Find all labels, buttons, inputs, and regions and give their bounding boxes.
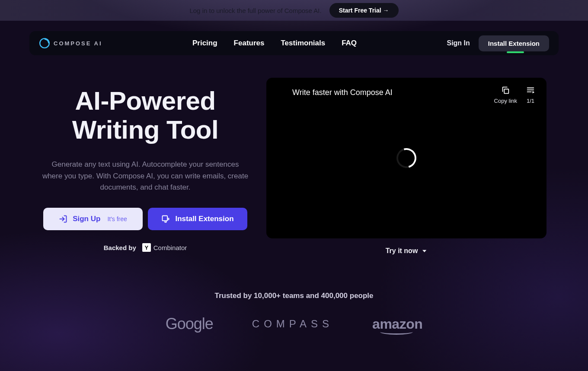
copy-link-button[interactable]: Copy link — [494, 86, 517, 104]
svg-rect-2 — [163, 216, 168, 221]
extension-icon — [161, 215, 170, 223]
backed-by-label: Backed by — [104, 244, 136, 251]
nav-link-testimonials[interactable]: Testimonials — [281, 39, 325, 48]
ycombinator-icon: Y — [142, 243, 151, 252]
hero-title: AI-Powered Writing Tool — [42, 86, 249, 144]
video-column: Write faster with Compose AI Copy link — [266, 78, 546, 238]
install-extension-nav-button[interactable]: Install Extension — [479, 35, 549, 51]
sign-up-label: Sign Up — [73, 215, 100, 223]
hero-copy: AI-Powered Writing Tool Generate any tex… — [42, 78, 249, 252]
nav-link-faq[interactable]: FAQ — [342, 39, 357, 48]
logo-icon — [39, 38, 50, 49]
nav-actions: Sign In Install Extension — [447, 35, 549, 51]
promo-banner: Log in to unlock the full power of Compo… — [0, 0, 588, 21]
login-icon — [59, 215, 67, 223]
nav-link-features[interactable]: Features — [234, 39, 265, 48]
trusted-headline: Trusted by 10,000+ teams and 400,000 peo… — [0, 292, 588, 300]
main-nav: COMPOSE AI Pricing Features Testimonials… — [29, 31, 559, 55]
try-it-now-link[interactable]: Try it now — [386, 247, 428, 255]
brand-logo-google: Google — [166, 315, 213, 333]
try-it-now-label: Try it now — [386, 247, 418, 255]
copy-icon — [501, 86, 510, 95]
promo-banner-text: Log in to unlock the full power of Compo… — [189, 7, 321, 14]
hero-title-line2: Writing Tool — [72, 115, 218, 144]
ycombinator-text: Combinator — [153, 244, 187, 251]
playlist-count: 1/1 — [527, 98, 534, 104]
trusted-section: Trusted by 10,000+ teams and 400,000 peo… — [0, 292, 588, 333]
chevron-down-icon — [421, 248, 427, 254]
video-title: Write faster with Compose AI — [278, 86, 393, 97]
install-extension-hero-button[interactable]: Install Extension — [148, 208, 247, 230]
sign-up-button[interactable]: Sign Up It's free — [43, 208, 143, 230]
ycombinator-badge: Y Combinator — [142, 243, 187, 252]
loading-spinner-icon — [393, 145, 420, 172]
hero-cta-row: Sign Up It's free Install Extension — [42, 208, 249, 230]
hero-title-line1: AI-Powered — [75, 86, 215, 115]
svg-marker-7 — [533, 91, 535, 94]
video-header: Write faster with Compose AI Copy link — [266, 78, 546, 112]
backed-by-row: Backed by Y Combinator — [42, 243, 249, 252]
logo-text: COMPOSE AI — [54, 40, 102, 47]
video-player[interactable]: Write faster with Compose AI Copy link — [266, 78, 546, 238]
copy-link-label: Copy link — [494, 98, 517, 104]
start-free-trial-button[interactable]: Start Free Trial → — [329, 3, 399, 18]
svg-rect-3 — [505, 89, 509, 93]
playlist-icon — [526, 86, 535, 95]
nav-links: Pricing Features Testimonials FAQ — [192, 39, 357, 48]
sign-in-link[interactable]: Sign In — [447, 39, 470, 47]
install-extension-hero-label: Install Extension — [175, 215, 233, 223]
brand-logos: Google COMPASS amazon — [0, 315, 588, 333]
hero-description: Generate any text using AI. Autocomplete… — [42, 159, 249, 193]
hero-section: AI-Powered Writing Tool Generate any tex… — [0, 55, 588, 252]
sign-up-free-label: It's free — [107, 216, 127, 222]
brand-logo-amazon: amazon — [372, 316, 422, 332]
logo[interactable]: COMPOSE AI — [39, 38, 102, 49]
nav-link-pricing[interactable]: Pricing — [192, 39, 217, 48]
playlist-button[interactable]: 1/1 — [526, 86, 535, 104]
brand-logo-compass: COMPASS — [252, 318, 333, 330]
